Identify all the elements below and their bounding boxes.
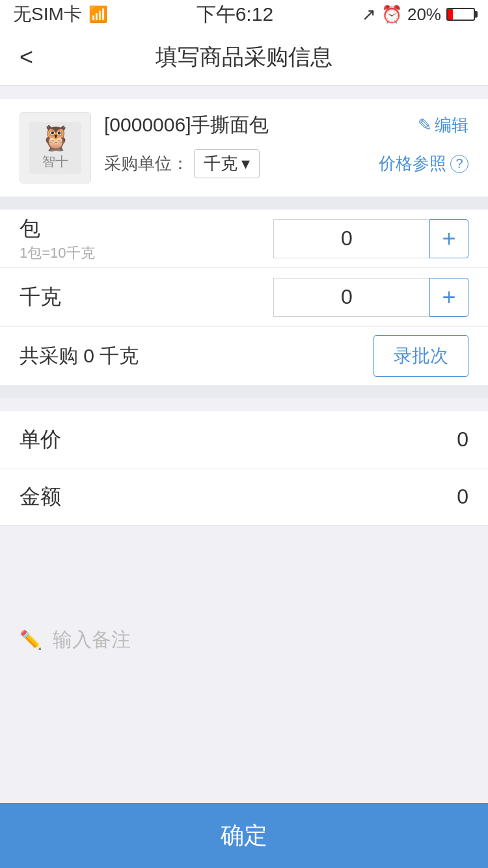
nav-bar: < 填写商品采购信息	[0, 29, 488, 86]
notes-section[interactable]: ✏️ 输入备注	[0, 526, 488, 753]
product-logo-icon: 🦉	[40, 126, 71, 150]
price-ref-label: 价格参照	[379, 152, 446, 175]
section-divider-2	[0, 385, 488, 398]
pencil-icon: ✏️	[20, 629, 42, 651]
carrier-text: 无SIM卡	[13, 2, 82, 27]
chevron-down-icon: ▾	[241, 154, 250, 174]
unit-price-value: 0	[457, 427, 468, 452]
battery-fill	[448, 9, 453, 20]
status-time: 下午6:12	[197, 1, 273, 28]
unit-kg: 千克	[20, 283, 137, 312]
wifi-icon: 📶	[88, 5, 108, 23]
section-divider-1	[0, 197, 488, 210]
unit-value: 千克	[204, 152, 237, 175]
product-thumb-inner: 🦉 智十	[29, 122, 81, 174]
product-logo-label: 智十	[42, 153, 68, 170]
unit-bao: 包	[20, 215, 137, 243]
qty-input-kg[interactable]	[273, 278, 429, 317]
help-icon: ?	[450, 155, 468, 173]
amount-value: 0	[457, 485, 468, 509]
confirm-button[interactable]: 确定	[0, 803, 488, 868]
amount-label: 金额	[20, 483, 61, 511]
product-card: 🦉 智十 [0000006]手撕面包 ✎编辑 采购单位： 千克 ▾ 价格参照 ?	[0, 99, 488, 197]
back-button[interactable]: <	[20, 44, 33, 71]
unit-label: 采购单位：	[104, 152, 189, 175]
product-thumbnail: 🦉 智十	[20, 112, 91, 183]
confirm-label: 确定	[221, 820, 267, 852]
price-row-total: 金额 0	[0, 468, 488, 526]
unit-select[interactable]: 千克 ▾	[194, 149, 260, 178]
input-row-kg: 千克 +	[0, 268, 488, 327]
battery-icon	[446, 8, 475, 21]
qty-plus-bao[interactable]: +	[429, 219, 468, 258]
unit-price-label: 单价	[20, 426, 61, 454]
total-label: 共采购 0 千克	[20, 343, 139, 370]
qty-input-bao[interactable]	[273, 219, 429, 258]
total-row: 共采购 0 千克 录批次	[0, 327, 488, 385]
batch-button[interactable]: 录批次	[373, 335, 468, 377]
status-left: 无SIM卡 📶	[13, 2, 108, 27]
product-name: [0000006]手撕面包	[104, 112, 269, 139]
input-section: 包 1包=10千克 + 千克 +	[0, 210, 488, 327]
input-right-kg: +	[137, 278, 468, 317]
product-name-row: [0000006]手撕面包 ✎编辑	[104, 112, 468, 139]
page-title: 填写商品采购信息	[156, 42, 332, 72]
battery-text: 20%	[407, 5, 441, 25]
edit-button[interactable]: ✎编辑	[418, 114, 468, 137]
price-row-unit: 单价 0	[0, 411, 488, 468]
notes-placeholder: 输入备注	[53, 627, 131, 653]
unit-row: 采购单位： 千克 ▾ 价格参照 ?	[104, 149, 468, 178]
location-icon: ↗	[362, 5, 376, 25]
input-label-kg: 千克	[20, 283, 137, 312]
qty-plus-kg[interactable]: +	[429, 278, 468, 317]
input-label-bao: 包 1包=10千克	[20, 215, 137, 263]
product-info: [0000006]手撕面包 ✎编辑 采购单位： 千克 ▾ 价格参照 ?	[104, 112, 468, 178]
unit-bao-sub: 1包=10千克	[20, 243, 137, 263]
price-ref-button[interactable]: 价格参照 ?	[379, 152, 468, 175]
input-right-bao: +	[137, 219, 468, 258]
input-row-bao: 包 1包=10千克 +	[0, 210, 488, 268]
price-section: 单价 0 金额 0	[0, 411, 488, 526]
alarm-icon: ⏰	[381, 5, 402, 25]
status-bar: 无SIM卡 📶 下午6:12 ↗ ⏰ 20%	[0, 0, 488, 29]
status-right: ↗ ⏰ 20%	[362, 5, 475, 25]
